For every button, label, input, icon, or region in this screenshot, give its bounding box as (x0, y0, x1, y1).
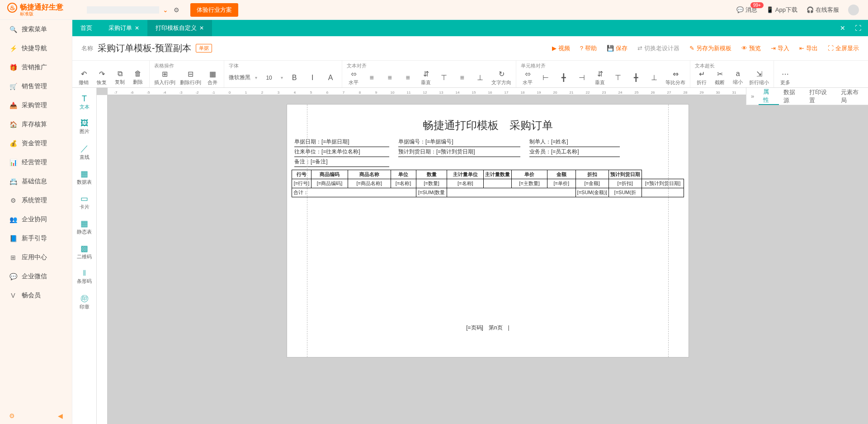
table-header[interactable]: 单价 (512, 170, 547, 179)
insert-条形码[interactable]: ⦀条形码 (72, 266, 96, 287)
table-cell[interactable]: [=商品名称] (348, 179, 391, 188)
action-8[interactable]: ⛶全屏显示 (828, 44, 859, 52)
action-2[interactable]: 💾保存 (607, 44, 627, 52)
table-header[interactable]: 主计量数量 (484, 170, 512, 179)
table-cell[interactable]: [=商品编码] (311, 179, 348, 188)
g1-btn-0[interactable]: ↶撤销 (77, 70, 90, 86)
g4-btn-3[interactable]: ≡ (401, 74, 415, 82)
g2-btn-1[interactable]: ⊟删除行/列 (180, 70, 201, 86)
total-label[interactable]: 合计： (292, 188, 416, 197)
table-cell[interactable]: [=预计到货日期] (642, 179, 684, 188)
total-qty[interactable]: [=SUM(数量 (416, 188, 447, 197)
gear-icon[interactable]: ⚙ (174, 6, 179, 14)
g6-btn-0[interactable]: ↵折行 (695, 70, 708, 86)
doc-title[interactable]: 畅捷通打印模板 采购订单 (292, 118, 684, 133)
action-4[interactable]: ✎另存为新模板 (689, 44, 731, 52)
table-cell[interactable]: [=金额] (576, 179, 609, 188)
g5-btn-2[interactable]: ╋ (557, 73, 571, 82)
expand-panel-icon[interactable]: » (746, 93, 759, 100)
header-field[interactable]: 制单人：[=姓名] (529, 137, 620, 147)
insert-图片[interactable]: 🖼图片 (72, 116, 96, 138)
font-size-select[interactable]: 10 (262, 75, 276, 81)
g3-btn-2[interactable]: A (324, 74, 337, 82)
company-select[interactable]: ⌄ (87, 6, 168, 14)
table-header[interactable]: 单位 (391, 170, 416, 179)
page[interactable]: 畅捷通打印模板 采购订单 单据日期：[=单据日期]单据编号：[=单据编号]制单人… (287, 104, 689, 357)
header-field[interactable]: 预计到货日期：[=预计到货日期] (398, 147, 520, 157)
action-5[interactable]: 👁预览 (741, 44, 761, 52)
g1-btn-1[interactable]: ↷恢复 (95, 70, 108, 86)
total-blank2[interactable] (642, 188, 684, 197)
action-0[interactable]: ▶视频 (552, 44, 570, 52)
total-amount[interactable]: [=SUM(金额)] (576, 188, 609, 197)
nav-item-0[interactable]: 🔍搜索菜单 (0, 20, 72, 39)
table-cell[interactable]: [=单价] (547, 179, 576, 188)
data-table[interactable]: 行号商品编码商品名称单位数量主计量单位主计量数量单价金额折扣预计到货日期 [=行… (292, 170, 684, 197)
g3-btn-1[interactable]: I (306, 74, 319, 82)
nav-item-6[interactable]: 💰资金管理 (0, 134, 72, 153)
user-menu[interactable] (848, 5, 861, 15)
g2-btn-0[interactable]: ⊞插入行/列 (154, 70, 175, 86)
insert-数据表[interactable]: ▦数据表 (72, 166, 96, 188)
tab-2[interactable]: 打印模板自定义✕ (147, 20, 212, 36)
table-header[interactable]: 商品名称 (348, 170, 391, 179)
messages-button[interactable]: 💬消息99+ (736, 6, 757, 14)
close-icon[interactable]: ✕ (135, 25, 139, 31)
online-service-button[interactable]: 🎧在线客服 (807, 6, 839, 14)
g1-btn-3[interactable]: 🗑删除 (131, 70, 145, 86)
header-field[interactable]: 备注：[=备注] (294, 157, 389, 167)
g4-btn-8[interactable]: ↻文字方向 (491, 70, 511, 86)
table-cell[interactable]: [=名称] (391, 179, 416, 188)
tab-0[interactable]: 首页 (72, 20, 100, 36)
g1-btn-2[interactable]: ⧉复制 (113, 70, 127, 86)
g5-btn-3[interactable]: ⊣ (575, 73, 589, 82)
g6-btn-2[interactable]: a缩小 (731, 70, 745, 86)
app-download-button[interactable]: 📱App下载 (766, 6, 797, 14)
g3-btn-0[interactable]: B (288, 74, 301, 82)
g5-btn-0[interactable]: ⬄水平 (521, 70, 534, 86)
nav-item-1[interactable]: ⚡快捷导航 (0, 39, 72, 58)
collapse-icon[interactable]: ◀ (58, 412, 63, 419)
g4-btn-0[interactable]: ⬄水平 (347, 70, 360, 86)
table-header[interactable]: 预计到货日期 (609, 170, 642, 179)
g5-btn-6[interactable]: ╋ (629, 73, 643, 82)
nav-item-4[interactable]: 📥采购管理 (0, 96, 72, 115)
prop-tab-1[interactable]: 数据源 (779, 88, 805, 105)
close-tab-button[interactable]: ✕ (836, 22, 849, 34)
close-icon[interactable]: ✕ (199, 25, 204, 31)
g4-btn-5[interactable]: ⊤ (437, 73, 451, 82)
g6-btn-1[interactable]: ✂截断 (713, 70, 726, 86)
header-field[interactable]: 单据日期：[=单据日期] (294, 137, 389, 147)
insert-直线[interactable]: ／直线 (72, 140, 96, 163)
g4-btn-1[interactable]: ≡ (365, 74, 378, 82)
nav-item-3[interactable]: 🛒销售管理 (0, 77, 72, 96)
table-cell[interactable]: [=名称] (447, 179, 484, 188)
prop-tab-0[interactable]: 属性 (759, 88, 779, 105)
tab-1[interactable]: 采购订单✕ (100, 20, 147, 36)
more-button[interactable]: ⋯更多 (778, 70, 792, 86)
insert-印章[interactable]: ㊞印章 (72, 290, 96, 313)
table-cell[interactable]: [=数量] (416, 179, 447, 188)
g5-btn-8[interactable]: ⇔等比分布 (665, 70, 685, 86)
nav-item-8[interactable]: 📇基础信息 (0, 172, 72, 191)
g6-btn-3[interactable]: ⇲折行缩小 (749, 70, 769, 86)
settings-icon[interactable]: ⚙ (9, 412, 15, 419)
nav-item-12[interactable]: ⊞应用中心 (0, 248, 72, 267)
g5-btn-1[interactable]: ⊢ (539, 73, 552, 82)
header-field[interactable]: 往来单位：[=往来单位名称] (294, 147, 389, 157)
table-cell[interactable]: [=折扣] (609, 179, 642, 188)
canvas[interactable]: 畅捷通打印模板 采购订单 单据日期：[=单据日期]单据编号：[=单据编号]制单人… (108, 95, 868, 424)
insert-静态表[interactable]: ▦静态表 (72, 216, 96, 238)
action-6[interactable]: ⇥导入 (771, 44, 789, 52)
table-cell[interactable] (484, 179, 512, 188)
insert-文本[interactable]: T文本 (72, 91, 96, 113)
total-discount[interactable]: [=SUM(折 (609, 188, 642, 197)
action-7[interactable]: ⇤导出 (799, 44, 818, 52)
table-header[interactable]: 金额 (547, 170, 576, 179)
nav-item-10[interactable]: 👥企业协同 (0, 210, 72, 229)
g4-btn-2[interactable]: ≡ (383, 74, 396, 82)
insert-卡片[interactable]: ▭卡片 (72, 191, 96, 213)
action-1[interactable]: ?帮助 (580, 44, 597, 52)
g5-btn-7[interactable]: ⊥ (647, 73, 661, 82)
g4-btn-7[interactable]: ⊥ (473, 73, 487, 82)
